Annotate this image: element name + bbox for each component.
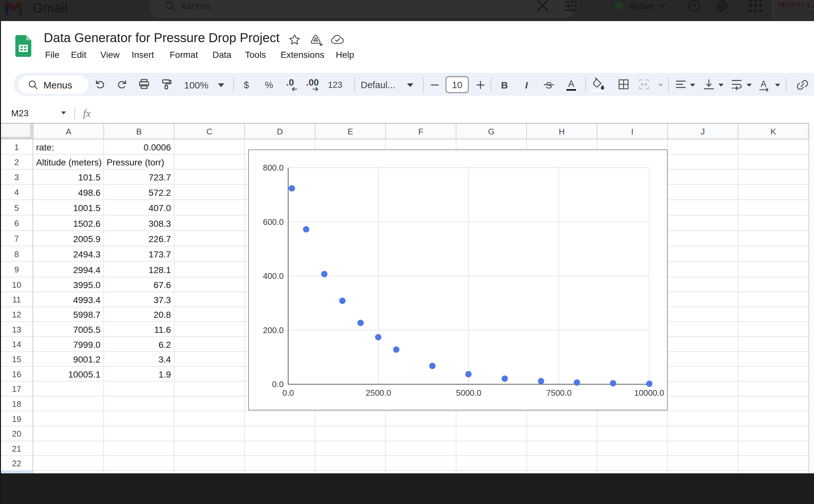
svg-text:226.7: 226.7	[149, 234, 171, 244]
svg-text:10005.1: 10005.1	[68, 370, 100, 379]
svg-text:Data Generator for Pressure Dr: Data Generator for Pressure Drop Project	[44, 31, 280, 45]
svg-text:E: E	[348, 127, 353, 136]
svg-text:173.7: 173.7	[149, 249, 171, 259]
svg-text:2994.4: 2994.4	[73, 265, 101, 275]
svg-text:I: I	[525, 80, 528, 90]
svg-text:123: 123	[328, 80, 342, 90]
svg-text:M23: M23	[11, 108, 28, 118]
svg-text:Active: Active	[629, 1, 654, 11]
svg-text:Tools: Tools	[245, 50, 266, 60]
svg-text:B: B	[136, 127, 142, 136]
svg-text:20.8: 20.8	[154, 310, 171, 320]
svg-text:9: 9	[14, 265, 19, 274]
svg-text:2494.3: 2494.3	[73, 249, 101, 259]
svg-text:67.6: 67.6	[154, 280, 171, 290]
svg-text:0.0: 0.0	[272, 379, 284, 389]
svg-text:A: A	[66, 127, 72, 136]
svg-text:10: 10	[452, 80, 462, 90]
svg-text:C: C	[206, 127, 212, 136]
svg-text:5998.7: 5998.7	[73, 310, 101, 320]
svg-text:6: 6	[14, 218, 19, 228]
svg-text:1.9: 1.9	[158, 370, 171, 379]
svg-text:4993.4: 4993.4	[73, 295, 101, 305]
svg-text:1: 1	[14, 142, 19, 152]
svg-text:407.0: 407.0	[149, 203, 171, 213]
svg-text:400.0: 400.0	[263, 271, 284, 281]
svg-text:J: J	[701, 127, 705, 136]
svg-text:Format: Format	[170, 50, 198, 60]
svg-text:19: 19	[12, 414, 21, 424]
svg-text:Menus: Menus	[43, 80, 72, 90]
svg-text:H: H	[559, 127, 565, 136]
svg-text:Help: Help	[336, 50, 354, 60]
svg-text:D: D	[277, 127, 283, 136]
svg-text:22: 22	[12, 459, 21, 468]
svg-text:B: B	[501, 80, 508, 90]
svg-text:Gmail: Gmail	[33, 0, 68, 15]
svg-text:10: 10	[12, 280, 21, 290]
svg-text:308.3: 308.3	[149, 219, 171, 229]
svg-text:572.2: 572.2	[149, 188, 171, 198]
svg-text:MONTCLAIR: MONTCLAIR	[778, 1, 814, 9]
svg-text:0.0: 0.0	[282, 388, 294, 398]
svg-text:Edit: Edit	[71, 50, 86, 60]
svg-text:G: G	[488, 127, 495, 136]
svg-text:18: 18	[12, 399, 21, 409]
svg-text:Data: Data	[212, 50, 232, 60]
svg-text:7005.5: 7005.5	[73, 325, 101, 335]
svg-text:17: 17	[12, 384, 21, 394]
svg-text:100%: 100%	[184, 80, 209, 90]
svg-text:Pressure (torr): Pressure (torr)	[107, 157, 164, 167]
svg-text:2500.0: 2500.0	[366, 388, 391, 398]
svg-text:7999.0: 7999.0	[73, 340, 101, 350]
svg-text:fx: fx	[83, 108, 91, 119]
svg-text:2: 2	[14, 157, 19, 167]
svg-text:.0: .0	[286, 77, 294, 88]
svg-text:Defaul...: Defaul...	[361, 80, 395, 90]
svg-text:8: 8	[14, 249, 19, 259]
svg-text:karima: karima	[181, 0, 211, 11]
svg-text:.00: .00	[306, 77, 319, 88]
svg-text:5000.0: 5000.0	[456, 388, 481, 398]
svg-text:7: 7	[14, 234, 19, 243]
svg-text:800.0: 800.0	[263, 163, 284, 172]
svg-text:14: 14	[12, 340, 21, 349]
svg-text:13: 13	[12, 325, 21, 334]
svg-text:9001.2: 9001.2	[73, 355, 101, 364]
svg-text:$: $	[244, 80, 249, 90]
svg-text:STATE UNIVERS: STATE UNIVERS	[779, 11, 814, 15]
svg-text:7500.0: 7500.0	[546, 388, 572, 398]
svg-text:4: 4	[14, 187, 19, 197]
svg-text:128.1: 128.1	[149, 265, 171, 275]
svg-text:12: 12	[12, 310, 21, 319]
svg-text:0.0006: 0.0006	[144, 142, 171, 152]
svg-text:rate:: rate:	[36, 142, 54, 152]
svg-text:5: 5	[14, 203, 19, 213]
svg-text:F: F	[418, 127, 423, 136]
svg-text:View: View	[100, 50, 120, 60]
svg-text:3: 3	[14, 172, 19, 182]
svg-text:10000.0: 10000.0	[634, 388, 664, 398]
svg-text:101.5: 101.5	[78, 172, 101, 182]
svg-text:?: ?	[692, 2, 696, 11]
svg-text:498.6: 498.6	[78, 188, 101, 198]
svg-text:37.3: 37.3	[154, 295, 171, 305]
svg-text:1001.5: 1001.5	[73, 203, 101, 213]
svg-text:11: 11	[12, 295, 21, 304]
svg-text:%: %	[265, 80, 273, 90]
svg-text:16: 16	[12, 370, 21, 379]
svg-text:11.6: 11.6	[154, 325, 171, 335]
svg-text:K: K	[771, 127, 776, 136]
svg-text:1502.6: 1502.6	[73, 219, 101, 229]
svg-text:Extensions: Extensions	[280, 50, 324, 60]
svg-text:File: File	[45, 50, 59, 60]
svg-text:2005.9: 2005.9	[73, 234, 101, 244]
svg-text:6.2: 6.2	[158, 340, 171, 350]
svg-text:20: 20	[12, 429, 21, 439]
svg-text:21: 21	[12, 444, 21, 454]
svg-text:723.7: 723.7	[149, 172, 171, 182]
svg-text:A: A	[568, 79, 574, 89]
svg-text:A: A	[761, 79, 766, 89]
svg-text:600.0: 600.0	[263, 217, 284, 227]
svg-text:Altitude (meters): Altitude (meters)	[36, 157, 102, 167]
